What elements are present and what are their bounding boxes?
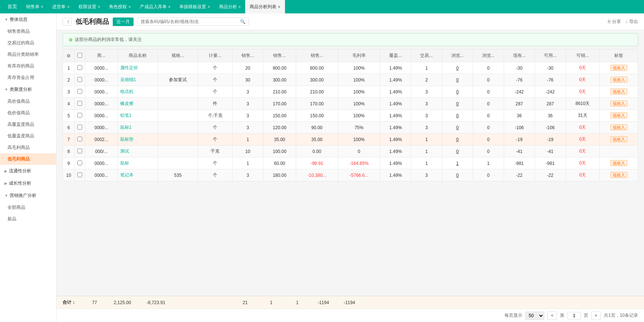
nav-role[interactable]: 角色授权× [105, 0, 135, 13]
row-browse1[interactable]: 0 [442, 74, 473, 86]
row-browse1[interactable]: 0 [442, 86, 473, 98]
row-name[interactable]: 鼠标1 [118, 122, 158, 134]
nav-analysis[interactable]: 商品分析× [215, 0, 245, 13]
prev-page-button[interactable]: ＜ [547, 311, 557, 320]
row-checkbox-cell[interactable] [75, 98, 85, 110]
col-available[interactable]: 可用... [535, 50, 565, 62]
sidebar-item-sales-goods[interactable]: 销售类商品 [0, 26, 56, 37]
nav-role-close[interactable]: × [128, 4, 131, 9]
sidebar-collapse-button[interactable]: 《 [63, 18, 72, 26]
col-margin[interactable]: 毛利率 [338, 50, 380, 62]
sidebar-group-marketing[interactable]: ▼ 营销推广分析 [0, 189, 56, 202]
row-name[interactable]: 电话机 [118, 86, 158, 98]
nav-analysis-list[interactable]: 商品分析列表× [245, 0, 285, 13]
col-sale-amount[interactable]: 销售... [296, 50, 338, 62]
nav-permission[interactable]: 权限设置× [74, 0, 105, 13]
row-checkbox[interactable] [77, 89, 82, 94]
row-checkbox-cell[interactable] [75, 110, 85, 122]
next-page-button[interactable]: ＞ [591, 311, 601, 320]
nav-analysis-list-close[interactable]: × [278, 4, 280, 9]
filter-period-button[interactable]: 近一月 [113, 17, 134, 26]
search-input[interactable] [141, 19, 240, 24]
row-checkbox-cell[interactable] [75, 62, 85, 74]
col-sale-price[interactable]: 销售... [263, 50, 296, 62]
row-browse1[interactable]: 0 [442, 169, 473, 181]
sidebar-item-low-margin[interactable]: 低毛利商品 [0, 153, 56, 165]
nav-sales-close[interactable]: × [41, 4, 43, 9]
share-button[interactable]: ⎘ 分享 [608, 19, 621, 25]
sidebar-item-stock-fund[interactable]: 库存资金占用 [0, 72, 56, 83]
nav-home[interactable]: 首页 [3, 0, 22, 13]
col-checkbox[interactable] [75, 50, 85, 62]
col-unit[interactable]: 计量... [198, 50, 233, 62]
row-checkbox[interactable] [77, 172, 82, 177]
row-browse1[interactable]: 0 [442, 146, 473, 157]
nav-sales[interactable]: 销售单× [22, 0, 48, 13]
nav-purchase-close[interactable]: × [67, 4, 69, 9]
sidebar-item-high-margin[interactable]: 高毛利商品 [0, 142, 56, 153]
sidebar-group-overall[interactable]: ▼ 整体信息 [0, 13, 56, 26]
row-name[interactable]: 笔记本 [118, 169, 158, 181]
col-coverage[interactable]: 覆盖... [380, 50, 411, 62]
export-button[interactable]: ↓ 导出 [625, 19, 638, 25]
col-salable[interactable]: 可销... [565, 50, 599, 62]
row-name[interactable]: 测试 [118, 146, 158, 157]
sidebar-item-all-goods[interactable]: 全部商品 [0, 202, 56, 213]
sidebar-item-category-rate[interactable]: 商品分类助销率 [0, 49, 56, 60]
row-checkbox-cell[interactable] [75, 134, 85, 146]
col-settings[interactable]: ⚙ [63, 50, 75, 62]
col-sale-qty[interactable]: 销售... [232, 50, 263, 62]
sidebar-group-cluster[interactable]: ▼ 类聚度分析 [0, 83, 56, 96]
nav-template[interactable]: 单据模板设置× [175, 0, 214, 13]
row-checkbox[interactable] [77, 149, 82, 153]
col-spec[interactable]: 规格... [158, 50, 198, 62]
col-browse2[interactable]: 浏览... [473, 50, 504, 62]
row-name[interactable]: 橡皮擦 [118, 98, 158, 110]
sidebar-group-flow[interactable]: ▶ 流通性分析 [0, 165, 56, 177]
sidebar-group-growth[interactable]: ▶ 成长性分析 [0, 177, 56, 189]
sidebar-item-traded-goods[interactable]: 交易过的商品 [0, 37, 56, 49]
nav-analysis-close[interactable]: × [238, 4, 241, 9]
row-checkbox-cell[interactable] [75, 74, 85, 86]
row-checkbox-cell[interactable] [75, 157, 85, 169]
row-checkbox[interactable] [77, 125, 82, 130]
sidebar-item-high-coverage[interactable]: 高覆盖度商品 [0, 119, 56, 130]
row-name[interactable]: 鼠标垫 [118, 134, 158, 146]
row-checkbox[interactable] [77, 77, 82, 82]
row-browse1[interactable]: 1 [442, 157, 473, 169]
row-browse1[interactable]: 0 [442, 110, 473, 122]
col-browse1[interactable]: 浏览... [442, 50, 473, 62]
col-name[interactable]: 商品名称 [118, 50, 158, 62]
sidebar-item-new-goods[interactable]: 新品 [0, 213, 56, 225]
sidebar-item-in-stock[interactable]: 有库存的商品 [0, 60, 56, 72]
row-checkbox-cell[interactable] [75, 146, 85, 157]
row-name[interactable]: 吴细细1 [118, 74, 158, 86]
row-checkbox[interactable] [77, 101, 82, 106]
row-checkbox-cell[interactable] [75, 169, 85, 181]
row-checkbox[interactable] [77, 65, 82, 70]
row-browse1[interactable]: 0 [442, 62, 473, 74]
row-browse1[interactable]: 0 [442, 98, 473, 110]
page-number-input[interactable] [567, 312, 581, 319]
row-name[interactable]: 铅笔1 [118, 110, 158, 122]
sidebar-item-low-value[interactable]: 低价值商品 [0, 107, 56, 119]
row-checkbox[interactable] [77, 113, 82, 118]
nav-purchase[interactable]: 进货单× [48, 0, 74, 13]
row-checkbox[interactable] [77, 137, 82, 141]
per-page-select[interactable]: 50 100 200 [525, 312, 544, 320]
sidebar-item-high-value[interactable]: 高价值商品 [0, 96, 56, 107]
row-browse1[interactable]: 0 [442, 134, 473, 146]
col-code[interactable]: 商... [85, 50, 118, 62]
nav-stock-close[interactable]: × [168, 4, 170, 9]
sidebar-item-low-coverage[interactable]: 低覆盖度商品 [0, 130, 56, 142]
row-name[interactable]: 鼠标 [118, 157, 158, 169]
nav-template-close[interactable]: × [208, 4, 210, 9]
row-checkbox[interactable] [77, 160, 82, 165]
select-all-checkbox[interactable] [77, 53, 82, 58]
row-name[interactable]: 属性定价 [118, 62, 158, 74]
row-checkbox-cell[interactable] [75, 122, 85, 134]
nav-stock[interactable]: 产成品入库单× [135, 0, 175, 13]
row-checkbox-cell[interactable] [75, 86, 85, 98]
row-browse1[interactable]: 0 [442, 122, 473, 134]
nav-permission-close[interactable]: × [98, 4, 100, 9]
